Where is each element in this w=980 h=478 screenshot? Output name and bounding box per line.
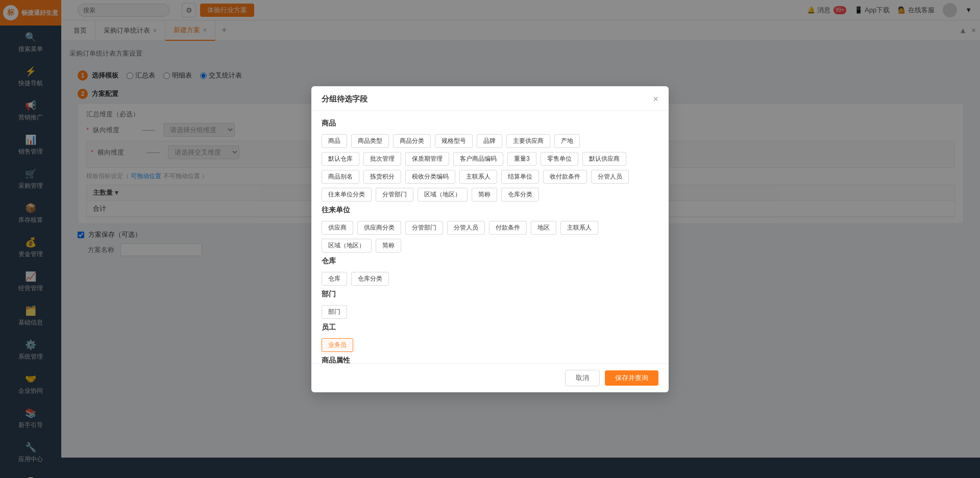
- chip-salesperson[interactable]: 业务员: [322, 338, 353, 352]
- modal-overlay: 分组待选字段 × 商品 商品 商品类型 商品分类 规格型号 品牌 主要供应商 产…: [0, 0, 980, 478]
- chip-goods-category[interactable]: 商品分类: [393, 134, 431, 148]
- chip-partner-contact[interactable]: 主联系人: [560, 221, 598, 235]
- confirm-button[interactable]: 保存并查询: [605, 370, 658, 386]
- chip-goods-type[interactable]: 商品类型: [351, 134, 389, 148]
- chip-brand[interactable]: 品牌: [477, 134, 502, 148]
- chip-partner-supervisor[interactable]: 分管人员: [447, 221, 485, 235]
- chip-area[interactable]: 地区: [531, 221, 556, 235]
- chip-warehouse-cat[interactable]: 仓库分类: [501, 188, 539, 202]
- chips-row-dept: 部门: [322, 305, 658, 319]
- modal-title: 分组待选字段: [322, 94, 368, 104]
- section-title-warehouse: 仓库: [322, 257, 658, 266]
- field-select-modal: 分组待选字段 × 商品 商品 商品类型 商品分类 规格型号 品牌 主要供应商 产…: [311, 86, 669, 392]
- chip-wh-category[interactable]: 仓库分类: [351, 272, 389, 286]
- cancel-button[interactable]: 取消: [565, 370, 600, 386]
- chip-main-contact[interactable]: 主联系人: [459, 170, 497, 184]
- chip-payment-terms[interactable]: 收付款条件: [543, 170, 587, 184]
- chip-default-supplier[interactable]: 默认供应商: [582, 152, 626, 166]
- chip-region[interactable]: 区域（地区）: [418, 188, 468, 202]
- chip-department[interactable]: 部门: [322, 305, 347, 319]
- modal-body: 商品 商品 商品类型 商品分类 规格型号 品牌 主要供应商 产地 默认仓库 批次…: [311, 111, 669, 363]
- chip-partner-dept[interactable]: 分管部门: [405, 221, 443, 235]
- section-title-goods-attr: 商品属性: [322, 356, 658, 363]
- chip-spec-model[interactable]: 规格型号: [435, 134, 473, 148]
- chip-main-supplier[interactable]: 主要供应商: [506, 134, 550, 148]
- chip-weight[interactable]: 重量3: [507, 152, 536, 166]
- modal-footer: 取消 保存并查询: [311, 363, 669, 392]
- modal-close-icon[interactable]: ×: [653, 94, 658, 104]
- chips-row-goods-4: 往来单位分类 分管部门 区域（地区） 简称 仓库分类: [322, 188, 658, 202]
- chips-row-goods-1: 商品 商品类型 商品分类 规格型号 品牌 主要供应商 产地: [322, 134, 658, 148]
- chip-supplier[interactable]: 供应商: [322, 221, 353, 235]
- chip-partner-region[interactable]: 区域（地区）: [322, 239, 372, 253]
- chip-pick-points[interactable]: 拣货积分: [363, 170, 401, 184]
- section-title-goods: 商品: [322, 119, 658, 128]
- chip-retail-unit[interactable]: 零售单位: [541, 152, 578, 166]
- chip-warehouse[interactable]: 仓库: [322, 272, 347, 286]
- section-title-partner: 往来单位: [322, 206, 658, 215]
- chip-default-warehouse[interactable]: 默认仓库: [322, 152, 359, 166]
- chip-origin[interactable]: 产地: [554, 134, 580, 148]
- chip-expiry-mgmt[interactable]: 保质期管理: [405, 152, 449, 166]
- section-title-staff: 员工: [322, 323, 658, 332]
- chips-row-warehouse: 仓库 仓库分类: [322, 272, 658, 286]
- chip-settlement-unit[interactable]: 结算单位: [501, 170, 539, 184]
- chips-row-goods-3: 商品别名 拣货积分 税收分类编码 主联系人 结算单位 收付款条件 分管人员: [322, 170, 658, 184]
- chip-tax-code[interactable]: 税收分类编码: [405, 170, 455, 184]
- chip-counterpart-category[interactable]: 往来单位分类: [322, 188, 372, 202]
- chip-goods[interactable]: 商品: [322, 134, 347, 148]
- section-title-dept: 部门: [322, 290, 658, 299]
- chips-row-partner-2: 区域（地区） 简称: [322, 239, 658, 253]
- modal-header: 分组待选字段 ×: [311, 86, 669, 111]
- chips-row-staff: 业务员: [322, 338, 658, 352]
- chip-supplier-category[interactable]: 供应商分类: [357, 221, 401, 235]
- chip-customer-code[interactable]: 客户商品编码: [453, 152, 503, 166]
- chip-payment-condition[interactable]: 付款条件: [489, 221, 527, 235]
- chip-dept[interactable]: 分管部门: [376, 188, 413, 202]
- chip-short-name[interactable]: 简称: [472, 188, 497, 202]
- chip-partner-short[interactable]: 简称: [376, 239, 401, 253]
- chip-supervisor[interactable]: 分管人员: [591, 170, 629, 184]
- chips-row-partner-1: 供应商 供应商分类 分管部门 分管人员 付款条件 地区 主联系人: [322, 221, 658, 235]
- chips-row-goods-2: 默认仓库 批次管理 保质期管理 客户商品编码 重量3 零售单位 默认供应商: [322, 152, 658, 166]
- chip-batch-mgmt[interactable]: 批次管理: [363, 152, 401, 166]
- chip-goods-alias[interactable]: 商品别名: [322, 170, 359, 184]
